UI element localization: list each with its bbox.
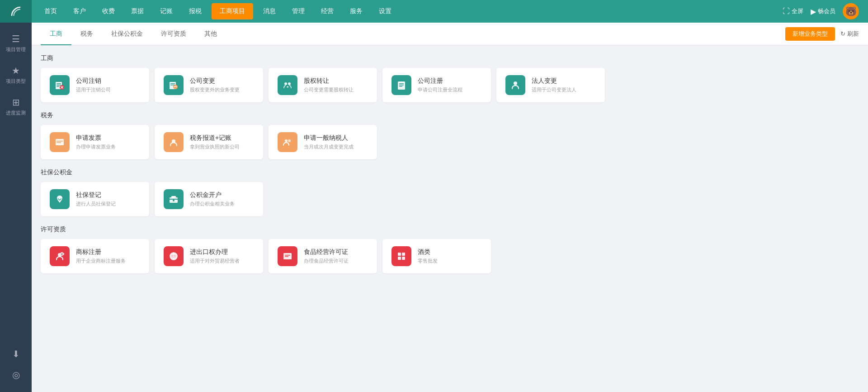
card-icon-apply-invoice: [50, 132, 70, 152]
sidebar-item-project-manage[interactable]: ☰ 项目管理: [0, 27, 32, 59]
svg-point-23: [288, 139, 291, 142]
svg-rect-19: [57, 141, 63, 142]
card-apply-invoice[interactable]: 申请发票 办理申请发票业务: [41, 125, 149, 159]
main-layout: ☰ 项目管理 ★ 项目类型 ⊞ 进度监测 ⬇ ◎ 工商 税务 社保公积金 许可资…: [0, 23, 868, 392]
card-text-company-change: 公司变更 股权变更外的业务变更: [190, 77, 240, 93]
card-liquor[interactable]: 酒类 零售批发: [382, 239, 491, 273]
nav-message[interactable]: 消息: [255, 0, 284, 23]
card-title-provident-fund: 公积金开户: [190, 191, 235, 199]
sidebar-item-progress-monitor[interactable]: ⊞ 进度监测: [0, 91, 32, 122]
card-text-import-export: 进出口权办理 适用于对外贸易经营者: [190, 248, 240, 264]
card-icon-liquor: [392, 246, 411, 266]
cards-grid-gongshang: 公司注销 适用于注销公司 公司变更 股权变更外的业务变更: [41, 68, 859, 102]
svg-rect-1: [57, 83, 61, 84]
nav-settings[interactable]: 设置: [371, 0, 400, 23]
nav-customer[interactable]: 客户: [65, 0, 94, 23]
card-title-social-insurance: 社保登记: [76, 191, 116, 199]
card-title-trademark: 商标注册: [76, 248, 126, 256]
member-btn[interactable]: ▶ 畅会员: [811, 7, 835, 16]
card-text-liquor: 酒类 零售批发: [418, 248, 438, 264]
card-text-equity-transfer: 股权转让 公司变更需要股权转让: [304, 77, 354, 93]
card-title-liquor: 酒类: [418, 248, 438, 256]
card-title-company-change: 公司变更: [190, 77, 240, 85]
section-title-gongshang: 工商: [41, 54, 859, 62]
card-company-cancel[interactable]: 公司注销 适用于注销公司: [41, 68, 149, 102]
card-text-tax-report-accounting: 税务报道+记账 拿到营业执照的新公司: [190, 134, 240, 150]
tab-shebao[interactable]: 社保公积金: [102, 23, 152, 45]
play-icon: ▶: [811, 7, 816, 16]
add-business-type-button[interactable]: 新增业务类型: [785, 27, 835, 41]
card-text-legal-person-change: 法人变更 适用于公司变更法人: [532, 77, 576, 93]
svg-rect-8: [170, 83, 175, 84]
nav-accounting[interactable]: 记账: [152, 0, 181, 23]
svg-rect-3: [57, 86, 59, 87]
card-desc-company-cancel: 适用于注销公司: [76, 86, 111, 93]
refresh-button[interactable]: ↻ 刷新: [840, 30, 859, 38]
card-desc-social-insurance: 进行人员社保登记: [76, 201, 116, 207]
download-icon[interactable]: ⬇: [8, 346, 24, 362]
svg-point-11: [284, 82, 287, 85]
logo: [0, 0, 32, 23]
fullscreen-btn[interactable]: ⛶ 全屏: [783, 7, 803, 15]
card-social-insurance[interactable]: 社保登记 进行人员社保登记: [41, 182, 149, 216]
svg-point-10: [173, 85, 178, 89]
card-icon-tax-report: [164, 132, 184, 152]
nav-ticket[interactable]: 票据: [123, 0, 152, 23]
card-text-trademark: 商标注册 用于企业商标注册服务: [76, 248, 126, 264]
card-icon-trademark: TM: [50, 246, 70, 266]
card-text-food-permit: 食品经营许可证 办理食品经营许可证: [304, 248, 349, 264]
member-label: 畅会员: [818, 7, 835, 15]
tab-other[interactable]: 其他: [195, 23, 226, 45]
card-text-company-register: 公司注册 申请公司注册全流程: [418, 77, 462, 93]
left-sidebar: ☰ 项目管理 ★ 项目类型 ⊞ 进度监测 ⬇ ◎: [0, 23, 32, 392]
nav-bizproject[interactable]: 工商项目: [212, 3, 253, 19]
card-company-change[interactable]: 公司变更 股权变更外的业务变更: [155, 68, 263, 102]
tab-gongshang[interactable]: 工商: [41, 23, 71, 45]
scroll-content[interactable]: 工商 公司注销 适用于注销公司 公司变更: [32, 45, 868, 392]
nav-home[interactable]: 首页: [36, 0, 65, 23]
card-text-general-taxpayer: 申请一般纳税人 当月或次月成变更完成: [304, 134, 354, 150]
svg-point-12: [288, 82, 291, 85]
card-icon-company-cancel: [50, 75, 70, 95]
card-desc-trademark: 用于企业商标注册服务: [76, 258, 126, 264]
tab-bar-actions: 新增业务类型 ↻ 刷新: [785, 27, 859, 41]
fullscreen-icon: ⛶: [783, 7, 790, 15]
card-desc-general-taxpayer: 当月或次月成变更完成: [304, 143, 354, 150]
sidebar-item-project-type[interactable]: ★ 项目类型: [0, 59, 32, 91]
svg-text:TM: TM: [61, 253, 64, 255]
card-title-company-register: 公司注册: [418, 77, 462, 85]
nav-manage[interactable]: 管理: [284, 0, 313, 23]
card-desc-tax-report-accounting: 拿到营业执照的新公司: [190, 143, 240, 150]
card-desc-company-change: 股权变更外的业务变更: [190, 86, 240, 93]
list-icon: ☰: [12, 33, 20, 44]
tab-shuiwu[interactable]: 税务: [71, 23, 102, 45]
card-company-register[interactable]: 公司注册 申请公司注册全流程: [382, 68, 491, 102]
svg-rect-20: [57, 142, 61, 143]
card-desc-apply-invoice: 办理申请发票业务: [76, 143, 116, 150]
nav-tax[interactable]: 报税: [181, 0, 210, 23]
card-general-taxpayer[interactable]: 申请一般纳税人 当月或次月成变更完成: [269, 125, 377, 159]
section-title-shebao: 社保公积金: [41, 168, 859, 177]
nav-operation[interactable]: 经营: [313, 0, 342, 23]
tab-xuke[interactable]: 许可资质: [152, 23, 195, 45]
star-icon: ★: [12, 65, 20, 76]
nav-service[interactable]: 服务: [342, 0, 371, 23]
card-text-company-cancel: 公司注销 适用于注销公司: [76, 77, 111, 93]
card-equity-transfer[interactable]: 股权转让 公司变更需要股权转让: [269, 68, 377, 102]
card-legal-person-change[interactable]: 法人变更 适用于公司变更法人: [496, 68, 605, 102]
card-title-import-export: 进出口权办理: [190, 248, 240, 256]
card-trademark[interactable]: TM 商标注册 用于企业商标注册服务: [41, 239, 149, 273]
card-food-permit[interactable]: 食品经营许可证 办理食品经营许可证: [269, 239, 377, 273]
card-desc-company-register: 申请公司注册全流程: [418, 86, 462, 93]
refresh-icon: ↻: [840, 30, 845, 37]
location-icon[interactable]: ◎: [8, 367, 24, 383]
nav-fee[interactable]: 收费: [94, 0, 123, 23]
card-icon-provident-fund: [164, 189, 184, 209]
card-title-apply-invoice: 申请发票: [76, 134, 116, 142]
user-avatar[interactable]: 🐻: [843, 3, 859, 19]
card-import-export[interactable]: 进出口权办理 适用于对外贸易经营者: [155, 239, 263, 273]
card-title-tax-report-accounting: 税务报道+记账: [190, 134, 240, 142]
card-provident-fund[interactable]: 公积金开户 办理公积金相关业务: [155, 182, 263, 216]
refresh-label: 刷新: [847, 30, 859, 38]
card-tax-report-accounting[interactable]: 税务报道+记账 拿到营业执照的新公司: [155, 125, 263, 159]
